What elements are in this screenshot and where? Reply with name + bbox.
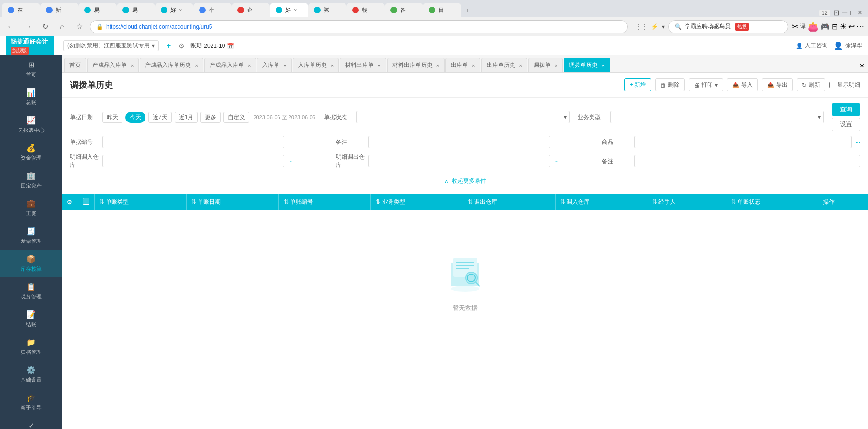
th-out-wh[interactable]: ⇅ 调出仓库 bbox=[463, 194, 555, 210]
new-btn[interactable]: + 新增 bbox=[624, 78, 651, 91]
user-info-btn[interactable]: 👤 徐泽华 bbox=[834, 41, 862, 50]
sidebar-item-guide[interactable]: 🎓 新手引导 bbox=[0, 388, 62, 416]
page-tab-9-close[interactable]: × bbox=[519, 63, 522, 68]
biz-type-select[interactable]: ▾ bbox=[610, 111, 824, 123]
page-tab-4-close[interactable]: × bbox=[283, 63, 286, 68]
new-tab-btn[interactable]: + bbox=[461, 4, 475, 17]
browser-tab-1[interactable]: 新 bbox=[40, 3, 78, 17]
th-in-wh[interactable]: ⇅ 调入仓库 bbox=[555, 194, 647, 210]
sidebar-item-reports[interactable]: 📈 云报表中心 bbox=[0, 111, 62, 139]
setting-btn[interactable]: 设置 bbox=[832, 118, 860, 131]
print-btn[interactable]: 🖨 打印 ▾ bbox=[689, 78, 723, 91]
page-tab-7-close[interactable]: × bbox=[436, 63, 439, 68]
tab-close-7[interactable]: × bbox=[294, 7, 297, 13]
page-tab-1[interactable]: 产成品入库单 × bbox=[87, 58, 139, 72]
sidebar-item-archive[interactable]: 📁 归档管理 bbox=[0, 333, 62, 361]
page-tab-3[interactable]: 产成品入库单 × bbox=[204, 58, 256, 72]
page-tab-7[interactable]: 材料出库单历史 × bbox=[387, 58, 445, 72]
page-tab-10[interactable]: 调拨单 × bbox=[528, 58, 563, 72]
sidebar-item-member[interactable]: ✓ 畅会员 bbox=[0, 416, 62, 429]
remark2-input[interactable] bbox=[634, 155, 860, 167]
close-all-tabs-btn[interactable]: × bbox=[858, 60, 866, 72]
calendar-icon[interactable]: 📅 bbox=[227, 43, 234, 49]
page-tab-9[interactable]: 出库单历史 × bbox=[481, 58, 527, 72]
in-wh-more-btn[interactable]: ··· bbox=[288, 158, 293, 165]
browser-tab-2[interactable]: 易 bbox=[78, 3, 117, 17]
bookmark-btn[interactable]: ☆ bbox=[73, 20, 86, 33]
sidebar-item-close[interactable]: 📝 结账 bbox=[0, 305, 62, 333]
browser-tab-0[interactable]: 在 bbox=[2, 3, 40, 17]
browser-tab-10[interactable]: 各 bbox=[385, 3, 423, 17]
company-selector[interactable]: (勿删勿禁用）江西服宝测试专用 ▾ bbox=[63, 40, 159, 51]
restore-btn[interactable]: ⊡ bbox=[833, 8, 839, 17]
page-tab-6-close[interactable]: × bbox=[378, 63, 380, 68]
remark-input[interactable] bbox=[368, 136, 550, 148]
sidebar-item-assets[interactable]: 🏢 固定资产 bbox=[0, 166, 62, 194]
show-all-checkbox[interactable] bbox=[829, 82, 835, 88]
status-select[interactable]: ▾ bbox=[356, 111, 570, 123]
page-tab-1-close[interactable]: × bbox=[131, 63, 134, 68]
out-wh-more-btn[interactable]: ··· bbox=[554, 158, 559, 165]
sidebar-item-tax[interactable]: 📋 税务管理 bbox=[0, 277, 62, 305]
translate-icon[interactable]: 译 bbox=[800, 22, 806, 31]
export-btn[interactable]: 📤 导出 bbox=[762, 78, 793, 91]
page-tab-8-close[interactable]: × bbox=[472, 63, 475, 68]
page-tab-11[interactable]: 调拨单历史 × bbox=[564, 58, 610, 72]
table-settings-icon[interactable]: ⚙ bbox=[67, 199, 72, 206]
address-bar[interactable]: 🔒 https://cloud.chanjet.com/accounting/u… bbox=[90, 20, 628, 33]
page-tab-3-close[interactable]: × bbox=[248, 63, 251, 68]
page-tab-11-close[interactable]: × bbox=[601, 63, 604, 68]
add-company-btn[interactable]: + bbox=[167, 42, 171, 50]
date-btn-custom[interactable]: 自定义 bbox=[223, 112, 249, 123]
sidebar-item-settings[interactable]: ⚙️ 基础设置 bbox=[0, 361, 62, 388]
th-date[interactable]: ⇅ 单账日期 bbox=[187, 194, 279, 210]
out-wh-input[interactable] bbox=[368, 155, 550, 167]
browser-tab-4[interactable]: 好 × bbox=[155, 3, 193, 17]
goods-input[interactable] bbox=[634, 136, 852, 148]
sidebar-item-payroll[interactable]: 💼 工资 bbox=[0, 194, 62, 222]
refresh-btn-page[interactable]: ↻ 刷新 bbox=[797, 78, 825, 91]
page-tab-2-close[interactable]: × bbox=[195, 63, 198, 68]
tab-close-4[interactable]: × bbox=[179, 7, 182, 13]
page-tab-5-close[interactable]: × bbox=[331, 63, 334, 68]
th-checkbox[interactable] bbox=[78, 194, 94, 210]
grid-icon[interactable]: ⊞ bbox=[832, 22, 838, 31]
forward-btn[interactable]: → bbox=[21, 20, 34, 33]
th-biz-type[interactable]: ⇅ 业务类型 bbox=[371, 194, 463, 210]
page-tab-2[interactable]: 产成品入库单历史 × bbox=[140, 58, 203, 72]
select-all-checkbox[interactable] bbox=[83, 198, 89, 205]
page-tab-home[interactable]: 首页 bbox=[64, 58, 86, 72]
browser-tab-7[interactable]: 好 × bbox=[270, 3, 308, 17]
page-tab-5[interactable]: 入库单历史 × bbox=[293, 58, 339, 72]
date-btn-yesterday[interactable]: 昨天 bbox=[102, 112, 122, 123]
minimize-btn[interactable]: ─ bbox=[842, 9, 847, 17]
browser-tab-5[interactable]: 个 bbox=[193, 3, 232, 17]
date-btn-7days[interactable]: 近7天 bbox=[148, 112, 172, 123]
goods-more-btn[interactable]: ··· bbox=[856, 139, 860, 145]
refresh-btn[interactable]: ↻ bbox=[38, 20, 52, 33]
page-tab-4[interactable]: 入库单 × bbox=[257, 58, 291, 72]
import-btn[interactable]: 📥 导入 bbox=[727, 78, 758, 91]
customer-service-btn[interactable]: 👤 人工咨询 bbox=[796, 42, 828, 50]
dropdown-icon[interactable]: ▾ bbox=[662, 23, 665, 30]
game-icon[interactable]: 🎮 bbox=[820, 22, 830, 31]
page-tab-8[interactable]: 出库单 × bbox=[445, 58, 480, 72]
browser-menu-icon[interactable]: ⋮⋮ bbox=[635, 23, 647, 30]
query-btn[interactable]: 查询 bbox=[832, 103, 860, 116]
back-btn[interactable]: ← bbox=[4, 20, 17, 33]
home-btn[interactable]: ⌂ bbox=[56, 20, 69, 33]
date-btn-more[interactable]: 更多 bbox=[200, 112, 221, 123]
collapse-btn[interactable]: ∧ 收起更多条件 bbox=[70, 174, 860, 188]
lightning-icon[interactable]: ⚡ bbox=[651, 23, 658, 30]
th-no[interactable]: ⇅ 单账编号 bbox=[278, 194, 371, 210]
browser-tab-3[interactable]: 易 bbox=[117, 3, 155, 17]
delete-btn[interactable]: 🗑 删除 bbox=[655, 78, 685, 91]
company-settings-icon[interactable]: ⚙ bbox=[178, 42, 185, 50]
th-status[interactable]: ⇅ 单账状态 bbox=[726, 194, 818, 210]
sidebar-item-funds[interactable]: 💰 资金管理 bbox=[0, 139, 62, 166]
date-btn-1month[interactable]: 近1月 bbox=[175, 112, 198, 123]
undo-icon[interactable]: ↩ bbox=[848, 22, 855, 31]
page-tab-6[interactable]: 材料出库单 × bbox=[340, 58, 386, 72]
search-bar[interactable]: 🔍 学霸应聘场驱鸟员 热搜 bbox=[668, 20, 788, 33]
close-window-btn[interactable]: × bbox=[858, 9, 862, 17]
